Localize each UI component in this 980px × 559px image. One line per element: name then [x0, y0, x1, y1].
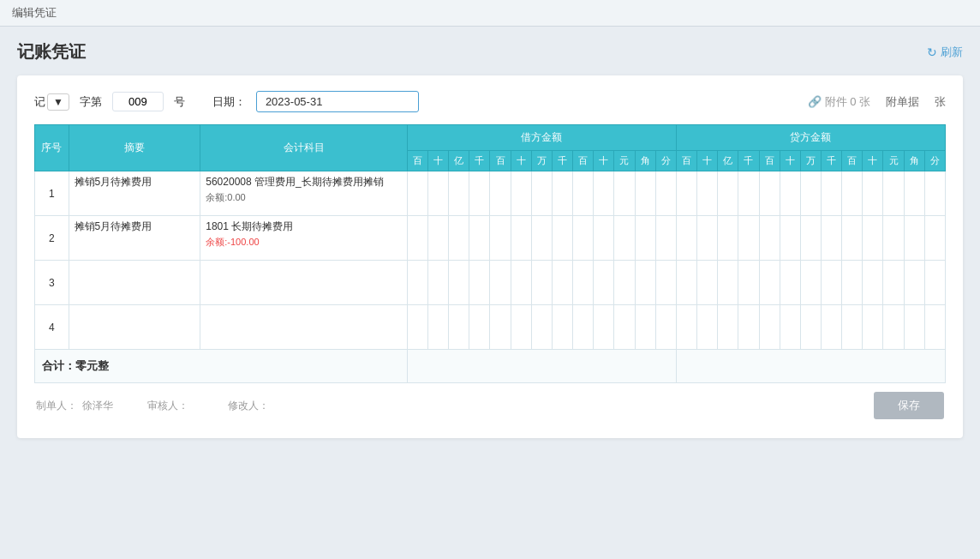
- credit-cell-2[interactable]: [718, 305, 738, 350]
- table-row[interactable]: 1摊销5月待摊费用56020008 管理费用_长期待摊费用摊销余额:0.00: [35, 171, 946, 216]
- attachment-link[interactable]: 🔗 附件 0 张: [808, 94, 870, 110]
- debit-cell-11[interactable]: [635, 305, 655, 350]
- credit-cell-3[interactable]: [738, 305, 759, 350]
- credit-cell-3[interactable]: [738, 171, 759, 216]
- credit-cell-1[interactable]: [697, 171, 718, 216]
- row-account[interactable]: [200, 261, 408, 305]
- debit-cell-5[interactable]: [511, 305, 531, 350]
- credit-cell-2[interactable]: [718, 171, 738, 216]
- credit-cell-4[interactable]: [759, 171, 780, 216]
- debit-cell-6[interactable]: [531, 261, 552, 305]
- debit-cell-12[interactable]: [655, 305, 676, 350]
- debit-cell-0[interactable]: [407, 261, 427, 305]
- credit-cell-0[interactable]: [676, 261, 696, 305]
- debit-cell-2[interactable]: [449, 261, 469, 305]
- credit-cell-9[interactable]: [863, 261, 883, 305]
- credit-cell-8[interactable]: [842, 171, 863, 216]
- save-button[interactable]: 保存: [874, 392, 944, 419]
- debit-cell-12[interactable]: [655, 261, 676, 305]
- row-account[interactable]: 56020008 管理费用_长期待摊费用摊销余额:0.00: [200, 171, 408, 216]
- credit-cell-6[interactable]: [800, 171, 821, 216]
- debit-cell-0[interactable]: [407, 305, 427, 350]
- credit-cell-10[interactable]: [883, 261, 904, 305]
- credit-cell-8[interactable]: [842, 216, 863, 261]
- debit-cell-8[interactable]: [573, 216, 594, 261]
- row-account[interactable]: 1801 长期待摊费用余额:-100.00: [200, 216, 408, 261]
- voucher-type-select[interactable]: ▼: [47, 93, 69, 111]
- credit-cell-0[interactable]: [676, 216, 696, 261]
- row-abstract[interactable]: 摊销5月待摊费用: [69, 171, 200, 216]
- debit-cell-4[interactable]: [490, 261, 511, 305]
- row-account[interactable]: [200, 305, 408, 350]
- credit-cell-10[interactable]: [883, 216, 904, 261]
- debit-cell-7[interactable]: [552, 305, 572, 350]
- debit-cell-11[interactable]: [635, 216, 655, 261]
- debit-cell-4[interactable]: [490, 216, 511, 261]
- row-abstract[interactable]: 摊销5月待摊费用: [69, 216, 200, 261]
- credit-cell-5[interactable]: [780, 171, 800, 216]
- credit-cell-2[interactable]: [718, 261, 738, 305]
- credit-cell-0[interactable]: [676, 305, 696, 350]
- credit-cell-10[interactable]: [883, 171, 904, 216]
- debit-cell-1[interactable]: [428, 216, 449, 261]
- credit-cell-7[interactable]: [821, 216, 841, 261]
- debit-cell-2[interactable]: [449, 216, 469, 261]
- date-input[interactable]: [256, 91, 419, 112]
- debit-cell-1[interactable]: [428, 171, 449, 216]
- credit-cell-3[interactable]: [738, 261, 759, 305]
- debit-cell-5[interactable]: [511, 261, 531, 305]
- debit-cell-12[interactable]: [655, 216, 676, 261]
- credit-cell-6[interactable]: [800, 261, 821, 305]
- credit-cell-11[interactable]: [904, 171, 924, 216]
- debit-cell-10[interactable]: [614, 216, 635, 261]
- credit-cell-7[interactable]: [821, 261, 841, 305]
- refresh-button[interactable]: ↻ 刷新: [927, 45, 963, 60]
- credit-cell-9[interactable]: [863, 216, 883, 261]
- credit-cell-1[interactable]: [697, 305, 718, 350]
- zi-no-input[interactable]: [112, 92, 164, 111]
- debit-cell-6[interactable]: [531, 216, 552, 261]
- debit-cell-3[interactable]: [469, 171, 490, 216]
- debit-cell-2[interactable]: [449, 305, 469, 350]
- credit-cell-10[interactable]: [883, 305, 904, 350]
- debit-cell-10[interactable]: [614, 305, 635, 350]
- credit-cell-4[interactable]: [759, 216, 780, 261]
- debit-cell-5[interactable]: [511, 216, 531, 261]
- debit-cell-9[interactable]: [594, 261, 614, 305]
- debit-cell-9[interactable]: [594, 216, 614, 261]
- debit-cell-8[interactable]: [573, 171, 594, 216]
- credit-cell-11[interactable]: [904, 305, 924, 350]
- credit-cell-5[interactable]: [780, 305, 800, 350]
- debit-cell-8[interactable]: [573, 261, 594, 305]
- debit-cell-3[interactable]: [469, 305, 490, 350]
- debit-cell-11[interactable]: [635, 261, 655, 305]
- debit-cell-12[interactable]: [655, 171, 676, 216]
- table-row[interactable]: 2摊销5月待摊费用1801 长期待摊费用余额:-100.00: [35, 216, 946, 261]
- credit-cell-1[interactable]: [697, 261, 718, 305]
- debit-cell-10[interactable]: [614, 171, 635, 216]
- credit-cell-3[interactable]: [738, 216, 759, 261]
- credit-cell-0[interactable]: [676, 171, 696, 216]
- debit-cell-6[interactable]: [531, 305, 552, 350]
- debit-cell-7[interactable]: [552, 216, 572, 261]
- credit-cell-7[interactable]: [821, 305, 841, 350]
- debit-cell-3[interactable]: [469, 216, 490, 261]
- debit-cell-9[interactable]: [594, 171, 614, 216]
- table-row[interactable]: 4: [35, 305, 946, 350]
- credit-cell-1[interactable]: [697, 216, 718, 261]
- credit-cell-2[interactable]: [718, 216, 738, 261]
- debit-cell-5[interactable]: [511, 171, 531, 216]
- credit-cell-11[interactable]: [904, 261, 924, 305]
- debit-cell-10[interactable]: [614, 261, 635, 305]
- credit-cell-12[interactable]: [924, 305, 945, 350]
- debit-cell-1[interactable]: [428, 305, 449, 350]
- credit-cell-4[interactable]: [759, 305, 780, 350]
- debit-cell-9[interactable]: [594, 305, 614, 350]
- credit-cell-12[interactable]: [924, 171, 945, 216]
- credit-cell-12[interactable]: [924, 261, 945, 305]
- debit-cell-7[interactable]: [552, 261, 572, 305]
- debit-cell-4[interactable]: [490, 305, 511, 350]
- debit-cell-4[interactable]: [490, 171, 511, 216]
- credit-cell-6[interactable]: [800, 305, 821, 350]
- row-abstract[interactable]: [69, 261, 200, 305]
